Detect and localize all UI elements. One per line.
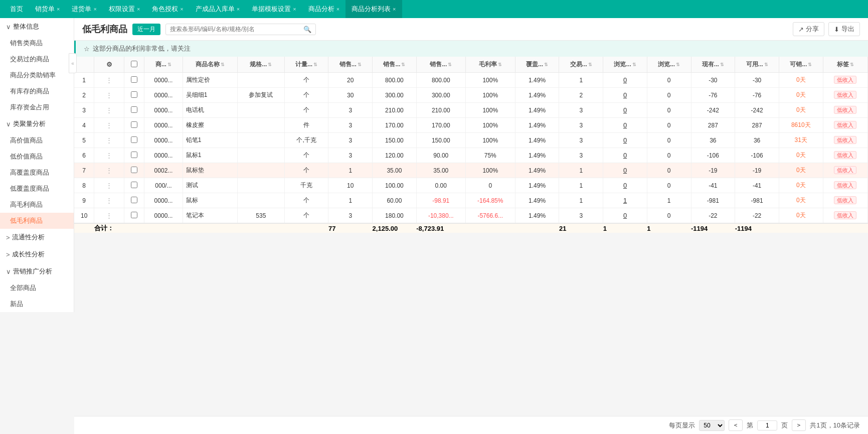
nav-item-单据模板设置[interactable]: 单据模板设置×	[246, 0, 302, 18]
cell-browse1[interactable]: 0	[603, 73, 647, 88]
share-button[interactable]: ↗ 分享	[793, 22, 824, 36]
next-page-button[interactable]: ＞	[792, 419, 806, 431]
row-checkbox[interactable]	[131, 106, 137, 113]
sidebar-group-类聚量分析[interactable]: ∨类聚量分析	[0, 115, 74, 132]
sidebar-item-低毛利商品[interactable]: 低毛利商品	[0, 213, 74, 229]
nav-item-商品分析列表[interactable]: 商品分析列表×	[345, 0, 402, 18]
collapse-sidebar-button[interactable]: «	[69, 53, 77, 73]
nav-item-权限设置[interactable]: 权限设置×	[103, 0, 146, 18]
row-checkbox[interactable]	[131, 136, 137, 143]
cell-browse1[interactable]: 0	[603, 133, 647, 148]
browse-link[interactable]: 1	[623, 197, 627, 204]
row-settings-icon[interactable]: ⋮	[106, 136, 112, 144]
row-checkbox[interactable]	[131, 197, 137, 203]
select-all-checkbox[interactable]	[131, 61, 137, 67]
period-button[interactable]: 近一月	[132, 24, 160, 35]
browse-link[interactable]: 0	[623, 182, 627, 189]
nav-item-销货单[interactable]: 销货单×	[29, 0, 66, 18]
close-icon[interactable]: ×	[393, 6, 396, 12]
row-checkbox[interactable]	[131, 121, 137, 128]
col-settings[interactable]: ⚙	[94, 57, 124, 73]
close-icon[interactable]: ×	[293, 6, 296, 12]
prev-page-button[interactable]: ＜	[729, 419, 743, 431]
close-icon[interactable]: ×	[336, 6, 339, 12]
cell-browse1[interactable]: 0	[603, 208, 647, 224]
sidebar-item-高价值商品[interactable]: 高价值商品	[0, 132, 74, 149]
sidebar-item-库存资金占用[interactable]: 库存资金占用	[0, 99, 74, 115]
cell-browse1[interactable]: 0	[603, 88, 647, 103]
sidebar-item-有库存的商品[interactable]: 有库存的商品	[0, 83, 74, 99]
cell-settings[interactable]: ⋮	[94, 88, 124, 103]
sort-icon[interactable]: ⇅	[313, 62, 317, 67]
cell-browse1[interactable]: 0	[603, 103, 647, 118]
cell-browse1[interactable]: 0	[603, 163, 647, 178]
cell-browse1[interactable]: 1	[603, 193, 647, 208]
row-checkbox[interactable]	[131, 76, 137, 83]
cell-settings[interactable]: ⋮	[94, 73, 124, 88]
settings-icon[interactable]: ⚙	[106, 61, 112, 68]
close-icon[interactable]: ×	[93, 6, 96, 12]
sort-icon[interactable]: ⇅	[498, 62, 502, 67]
sidebar-group-营销推广分析[interactable]: ∨营销推广分析	[0, 263, 74, 280]
close-icon[interactable]: ×	[180, 6, 183, 12]
sidebar-group-成长性分析[interactable]: >成长性分析	[0, 246, 74, 263]
sort-icon[interactable]: ⇅	[358, 62, 362, 67]
table-container[interactable]: ⚙商...⇅商品名称⇅规格...⇅计量...⇅销售...⇅销售...⇅销售...…	[74, 57, 868, 416]
row-settings-icon[interactable]: ⋮	[106, 212, 112, 219]
nav-item-商品分析[interactable]: 商品分析×	[302, 0, 345, 18]
row-settings-icon[interactable]: ⋮	[106, 167, 112, 174]
sidebar-group-流通性分析[interactable]: >流通性分析	[0, 229, 74, 246]
sort-icon[interactable]: ⇅	[764, 62, 768, 67]
cell-browse1[interactable]: 0	[603, 178, 647, 193]
sort-icon[interactable]: ⇅	[808, 62, 812, 67]
sidebar-item-新品[interactable]: 新品	[0, 296, 74, 312]
row-settings-icon[interactable]: ⋮	[106, 91, 112, 99]
cell-checkbox[interactable]	[124, 148, 144, 163]
cell-settings[interactable]: ⋮	[94, 178, 124, 193]
nav-item-进货单[interactable]: 进货单×	[66, 0, 102, 18]
cell-checkbox[interactable]	[124, 163, 144, 178]
sort-icon[interactable]: ⇅	[632, 62, 636, 67]
cell-settings[interactable]: ⋮	[94, 118, 124, 133]
nav-item-角色授权[interactable]: 角色授权×	[146, 0, 189, 18]
sort-icon[interactable]: ⇅	[268, 62, 272, 67]
browse-link[interactable]: 0	[623, 167, 627, 174]
cell-checkbox[interactable]	[124, 118, 144, 133]
row-settings-icon[interactable]: ⋮	[106, 152, 112, 159]
cell-settings[interactable]: ⋮	[94, 148, 124, 163]
cell-browse1[interactable]: 0	[603, 118, 647, 133]
export-button[interactable]: ⬇ 导出	[828, 22, 860, 36]
sidebar-item-低覆盖度商品[interactable]: 低覆盖度商品	[0, 181, 74, 197]
cell-browse1[interactable]: 0	[603, 148, 647, 163]
close-icon[interactable]: ×	[137, 6, 140, 12]
sort-icon[interactable]: ⇅	[167, 62, 171, 67]
sort-icon[interactable]: ⇅	[720, 62, 724, 67]
cell-checkbox[interactable]	[124, 73, 144, 88]
nav-item-产成品入库单[interactable]: 产成品入库单×	[190, 0, 246, 18]
per-page-select[interactable]: 50 100 200	[699, 420, 725, 431]
browse-link[interactable]: 0	[623, 121, 627, 129]
browse-link[interactable]: 0	[623, 136, 627, 144]
sidebar-item-高覆盖度商品[interactable]: 高覆盖度商品	[0, 165, 74, 181]
browse-link[interactable]: 0	[623, 106, 627, 114]
row-settings-icon[interactable]: ⋮	[106, 197, 112, 204]
cell-settings[interactable]: ⋮	[94, 208, 124, 224]
nav-item-首页[interactable]: 首页	[4, 0, 29, 18]
browse-link[interactable]: 0	[623, 91, 627, 99]
sidebar-item-交易过的商品[interactable]: 交易过的商品	[0, 51, 74, 67]
sort-icon[interactable]: ⇅	[221, 62, 225, 67]
cell-settings[interactable]: ⋮	[94, 163, 124, 178]
sort-icon[interactable]: ⇅	[448, 62, 452, 67]
sort-icon[interactable]: ⇅	[401, 62, 405, 67]
sort-icon[interactable]: ⇅	[850, 62, 854, 67]
browse-link[interactable]: 0	[623, 212, 627, 219]
sidebar-item-商品分类助销率[interactable]: 商品分类助销率	[0, 67, 74, 83]
cell-checkbox[interactable]	[124, 208, 144, 224]
row-settings-icon[interactable]: ⋮	[106, 182, 112, 189]
browse-link[interactable]: 0	[623, 152, 627, 159]
cell-settings[interactable]: ⋮	[94, 193, 124, 208]
cell-checkbox[interactable]	[124, 88, 144, 103]
cell-checkbox[interactable]	[124, 133, 144, 148]
row-settings-icon[interactable]: ⋮	[106, 76, 112, 84]
close-icon[interactable]: ×	[237, 6, 240, 12]
